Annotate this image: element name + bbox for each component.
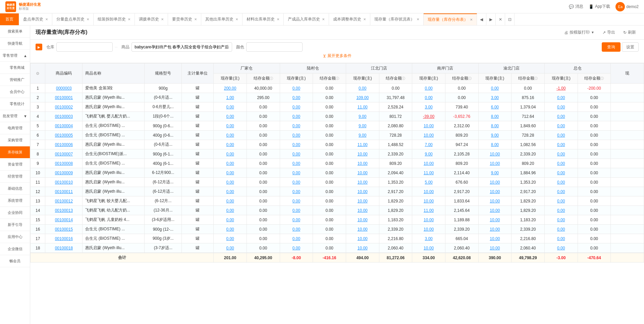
table-cell[interactable]: 9.00 bbox=[412, 149, 445, 159]
table-cell[interactable]: 3.00 bbox=[478, 93, 512, 102]
refresh-btn[interactable]: ↻ 刷新 bbox=[621, 28, 639, 37]
table-cell[interactable]: 8.00 bbox=[478, 112, 512, 121]
table-cell[interactable]: 0.00 bbox=[478, 84, 512, 93]
sidebar-item-system[interactable]: 系统管理 bbox=[0, 195, 30, 207]
table-cell[interactable]: 0.00 bbox=[412, 84, 445, 93]
table-cell[interactable]: 5.00 bbox=[412, 178, 445, 187]
sidebar-item-ecom[interactable]: 电商管理 bbox=[0, 122, 30, 134]
sidebar-item-finance[interactable]: 资金管理 bbox=[0, 158, 30, 171]
table-cell[interactable]: -1.00 bbox=[544, 84, 578, 93]
sidebar-item-mall[interactable]: 零售商城 bbox=[0, 62, 30, 74]
table-cell[interactable]: 0.00 bbox=[214, 243, 247, 253]
table-cell[interactable]: 10.00 bbox=[346, 187, 379, 196]
table-cell[interactable]: 00100012 bbox=[45, 196, 83, 206]
tab-close-icon[interactable]: ✕ bbox=[417, 17, 419, 21]
sidebar-item-inventory[interactable]: 库存核算 bbox=[0, 146, 30, 158]
sidebar-item-search[interactable]: 搜索英单 bbox=[0, 26, 30, 38]
table-cell[interactable]: 109.00 bbox=[346, 93, 379, 102]
table-cell[interactable]: 10.00 bbox=[478, 149, 512, 159]
table-cell[interactable]: 10.00 bbox=[412, 243, 445, 253]
info-icon[interactable]: ⓘ bbox=[600, 77, 604, 80]
print-btn[interactable]: 🖨 按模版打印 ▼ bbox=[561, 28, 597, 37]
color-input[interactable] bbox=[246, 42, 303, 52]
tab-close-icon[interactable]: ✕ bbox=[322, 17, 325, 21]
sidebar-item-collab[interactable]: 企业协同 bbox=[0, 207, 30, 219]
tab-zuzhuang[interactable]: 组装拆卸单历史 ✕ bbox=[94, 13, 135, 26]
table-cell[interactable]: 0.00 bbox=[544, 149, 578, 159]
tab-home[interactable]: 首页 bbox=[0, 13, 19, 26]
sidebar-item-marketing[interactable]: 营销推广 bbox=[0, 74, 30, 86]
table-cell[interactable]: 8.00 bbox=[478, 121, 512, 131]
table-cell[interactable]: 3.00 bbox=[412, 102, 445, 112]
table-cell[interactable]: 0.00 bbox=[544, 196, 578, 206]
table-cell[interactable]: 00100003 bbox=[45, 112, 83, 121]
table-cell[interactable]: 00100014 bbox=[45, 215, 83, 225]
sidebar-item-member2[interactable]: 畅会员 bbox=[0, 255, 30, 267]
tab-close-icon[interactable]: ✕ bbox=[128, 17, 130, 21]
table-cell[interactable]: 10.00 bbox=[346, 215, 379, 225]
info-icon[interactable]: ⓘ bbox=[336, 77, 339, 80]
expand-btn[interactable]: ⊻ 展开更多条件 bbox=[323, 53, 352, 59]
table-cell[interactable]: 6.00 bbox=[478, 102, 512, 112]
table-cell[interactable]: 0.00 bbox=[214, 225, 247, 234]
table-cell[interactable]: 0.00 bbox=[544, 131, 578, 140]
table-cell[interactable]: 10.00 bbox=[478, 215, 512, 225]
table-cell[interactable]: 10.00 bbox=[478, 243, 512, 253]
table-cell[interactable]: 0.00 bbox=[544, 178, 578, 187]
table-cell[interactable]: 00100011 bbox=[45, 187, 83, 196]
table-cell[interactable]: 9.00 bbox=[478, 168, 512, 178]
table-cell[interactable]: 00100002 bbox=[45, 102, 83, 112]
table-cell[interactable]: 11.00 bbox=[412, 206, 445, 215]
table-cell[interactable]: 10.00 bbox=[346, 168, 379, 178]
sidebar-item-operation[interactable]: 经营管理 bbox=[0, 171, 30, 183]
user-area[interactable]: Ea demo2 bbox=[615, 2, 639, 11]
table-cell[interactable]: 0.00 bbox=[280, 140, 313, 149]
tab-close-icon[interactable]: ✕ bbox=[277, 17, 279, 21]
table-cell[interactable]: 10.00 bbox=[346, 178, 379, 187]
table-cell[interactable]: 0.00 bbox=[544, 187, 578, 196]
tab-close-all-btn[interactable]: ✕ bbox=[496, 13, 505, 26]
tab-qitachu[interactable]: 其他出库单历史 ✕ bbox=[201, 13, 243, 26]
filter-toggle-btn[interactable]: ▶ bbox=[36, 44, 42, 50]
table-cell[interactable]: 0.00 bbox=[544, 168, 578, 178]
table-cell[interactable]: 0.00 bbox=[214, 178, 247, 187]
table-cell[interactable]: 00100013 bbox=[45, 206, 83, 215]
table-cell[interactable]: 10.00 bbox=[346, 234, 379, 243]
table-cell[interactable]: 1.00 bbox=[214, 93, 247, 102]
table-cell[interactable]: 0.00 bbox=[214, 140, 247, 149]
tab-kucun-status[interactable]: 现存量（库存状况表）✕ bbox=[370, 13, 424, 26]
table-cell[interactable]: 0.00 bbox=[214, 102, 247, 112]
table-cell[interactable]: 0.00 bbox=[544, 225, 578, 234]
sidebar-item-appstore[interactable]: 应用中心 bbox=[0, 231, 30, 243]
table-cell[interactable]: 10.00 bbox=[346, 206, 379, 215]
table-cell[interactable]: 0.00 bbox=[412, 93, 445, 102]
info-icon[interactable]: ⓘ bbox=[468, 77, 472, 80]
table-cell[interactable]: 10.00 bbox=[412, 131, 445, 140]
table-cell[interactable]: 200.00 bbox=[214, 84, 247, 93]
table-cell[interactable]: 0.00 bbox=[280, 168, 313, 178]
table-cell[interactable]: 10.00 bbox=[412, 159, 445, 168]
table-cell[interactable]: 0.00 bbox=[280, 206, 313, 215]
tab-cailiao[interactable]: 材料出库单历史 ✕ bbox=[243, 13, 284, 26]
sidebar-item-retail[interactable]: 零售管理 ▲ bbox=[0, 50, 30, 62]
table-cell[interactable]: 0.00 bbox=[346, 84, 379, 93]
table-cell[interactable]: 9.00 bbox=[346, 131, 379, 140]
tab-close-icon[interactable]: ✕ bbox=[363, 17, 366, 21]
sidebar-item-wholesale[interactable]: 批发管理 ▼ bbox=[0, 110, 30, 122]
table-cell[interactable]: 0000003 bbox=[45, 84, 83, 93]
table-cell[interactable]: 0.00 bbox=[280, 215, 313, 225]
tab-prev-btn[interactable]: ◀ bbox=[477, 13, 486, 26]
table-cell[interactable]: 0.00 bbox=[280, 149, 313, 159]
table-cell[interactable]: 10.00 bbox=[478, 159, 512, 168]
table-cell[interactable]: 0.00 bbox=[544, 206, 578, 215]
table-cell[interactable]: 0.00 bbox=[544, 112, 578, 121]
table-cell[interactable]: 0.00 bbox=[544, 159, 578, 168]
table-cell[interactable]: 0.00 bbox=[544, 215, 578, 225]
export-btn[interactable]: ↗ 导出 bbox=[600, 28, 618, 37]
table-cell[interactable]: 0.00 bbox=[214, 206, 247, 215]
tab-diaobo[interactable]: 调拨单历史 ✕ bbox=[135, 13, 168, 26]
table-cell[interactable]: 0.00 bbox=[544, 234, 578, 243]
table-cell[interactable]: 00100005 bbox=[45, 131, 83, 140]
table-cell[interactable]: 0.00 bbox=[280, 159, 313, 168]
table-cell[interactable]: 10.00 bbox=[478, 234, 512, 243]
